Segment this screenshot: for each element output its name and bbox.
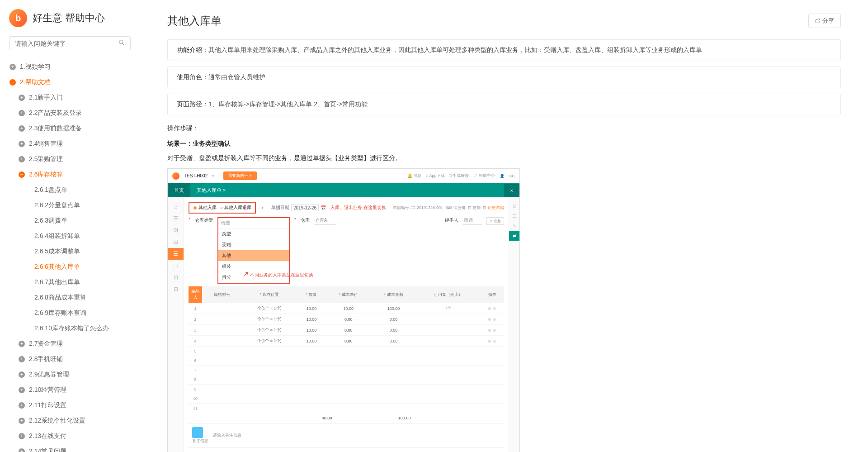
ss-header: TEST-H002 ▾ 我要新的一下 🔔 消息 ○ App下载 □ 生成链接 ♡… — [168, 169, 519, 183]
ss-sidenav: ⌂ ☰ ₪ ☒ ☰ ⬚ ⊡ ⊡ — [168, 197, 184, 452]
ss-date: 单据日期 2019-12-26 📅 — [271, 205, 326, 211]
search-box[interactable] — [9, 36, 131, 50]
nav-2-6[interactable]: −2.6库存核算 — [0, 167, 140, 182]
page-header: 其他入库单 分享 — [167, 14, 841, 28]
sidebar: b 好生意 帮助中心 +1.视频学习 −2.帮助文档 +2.1新手入门 +2.2… — [0, 0, 140, 452]
logo-text: 好生意 帮助中心 — [33, 11, 105, 25]
svg-point-0 — [119, 40, 123, 44]
nav-help-docs[interactable]: −2.帮助文档 — [0, 75, 140, 90]
ss-radio-group: ◉ 其他入库 ○ 其他入库退库 — [189, 202, 256, 214]
nav-2-14[interactable]: +2.14常见问题 — [0, 444, 140, 452]
nav-2-6-9[interactable]: 2.6.9库存账本查询 — [0, 305, 140, 321]
ss-tabs: 首页 其他入库单 × × — [168, 183, 519, 197]
ss-type-label: 仓库类型 — [195, 217, 213, 224]
search-icon[interactable] — [118, 39, 125, 47]
nav-list: +1.视频学习 −2.帮助文档 +2.1新手入门 +2.2产品安装及登录 +2.… — [0, 59, 140, 452]
embedded-screenshot: TEST-H002 ▾ 我要新的一下 🔔 消息 ○ App下载 □ 生成链接 ♡… — [167, 168, 520, 452]
ss-order-info: 单据编号 JC-20191226-001 ⌨ 快捷键 ⊡ 复制 ⊡ 历史单据 — [393, 205, 504, 211]
content-section: 操作步骤： 场景一：业务类型确认 对于受赠、盘盈或是拆装入库等不同的业务，是通过… — [167, 124, 841, 452]
ss-footer: 放弃 保存草稿 保存 ▾ — [189, 447, 504, 452]
ss-annotation-2: ↗ 不同业务的入库类型在这里切换 — [243, 270, 313, 278]
logo-area: b 好生意 帮助中心 — [0, 9, 140, 36]
nav-2-3[interactable]: +2.3使用前数据准备 — [0, 121, 140, 136]
nav-2-10[interactable]: +2.10经营管理 — [0, 382, 140, 398]
share-button[interactable]: 分享 — [808, 14, 841, 28]
svg-line-2 — [817, 19, 820, 22]
nav-2-6-1[interactable]: 2.6.1盘点单 — [0, 182, 140, 198]
nav-2-4[interactable]: +2.4销售管理 — [0, 136, 140, 152]
ss-tab-current: 其他入库单 × — [190, 183, 232, 197]
nav-2-6-2[interactable]: 2.6.2分量盘点单 — [0, 198, 140, 213]
info-path: 页面路径：1、库存核算->库存管理->其他入库单 2、首页->常用功能 — [167, 94, 841, 115]
nav-2-7[interactable]: +2.7资金管理 — [0, 336, 140, 352]
nav-2-6-3[interactable]: 2.6.3调拨单 — [0, 213, 140, 228]
nav-2-6-6[interactable]: 2.6.6其他入库单 — [0, 259, 140, 275]
ss-hdr-gen: □ 生成链接 — [449, 173, 469, 179]
steps-label: 操作步骤： — [167, 124, 841, 133]
ss-arrow-icon: ← — [260, 204, 267, 211]
share-icon — [815, 18, 821, 24]
nav-2-11[interactable]: +2.11打印设置 — [0, 398, 140, 413]
ss-memo: 备注信息 请输入备注信息 — [189, 423, 504, 447]
nav-video[interactable]: +1.视频学习 — [0, 59, 140, 75]
page-title: 其他入库单 — [167, 14, 222, 28]
ss-hdr-app: ○ App下载 — [426, 173, 444, 179]
ss-test-id: TEST-H002 — [184, 173, 208, 178]
scene1-desc: 对于受赠、盘盈或是拆装入库等不同的业务，是通过单据头【业务类型】进行区分。 — [167, 152, 841, 164]
main-content: 其他入库单 分享 功能介绍：其他入库单用来处理除采购入库、产成品入库之外的其他入… — [140, 0, 868, 452]
ss-annotation-1: 入库、退出业务 在这里切换 — [330, 205, 386, 211]
nav-2-6-4[interactable]: 2.6.4组装拆卸单 — [0, 228, 140, 244]
ss-avatar: 👤 — [500, 174, 505, 178]
nav-2-13[interactable]: +2.13在线支付 — [0, 428, 140, 444]
logo-icon: b — [9, 9, 27, 27]
nav-2-6-7[interactable]: 2.6.7其他出库单 — [0, 275, 140, 290]
ss-tab-home: 首页 — [168, 183, 190, 197]
ss-form: ◉ 其他入库 ○ 其他入库退库 ← 单据日期 2019-12-26 📅 入库、退… — [184, 197, 509, 452]
nav-2-8[interactable]: +2.8手机旺铺 — [0, 352, 140, 367]
nav-2-6-5[interactable]: 2.6.5成本调整单 — [0, 244, 140, 259]
ss-dept-label: 仓库 — [301, 217, 310, 224]
ss-hdr-help: ♡ 帮助中心 — [473, 173, 495, 179]
nav-2-5[interactable]: +2.5采购管理 — [0, 152, 140, 167]
nav-2-6-10[interactable]: 2.6.10库存账本错了怎么办 — [0, 321, 140, 336]
svg-line-1 — [123, 43, 124, 45]
ss-user: CC — [509, 174, 515, 178]
nav-2-2[interactable]: +2.2产品安装及登录 — [0, 105, 140, 121]
ss-hdr-bell: 🔔 消息 — [407, 173, 422, 179]
nav-2-12[interactable]: +2.12系统个性化设置 — [0, 413, 140, 428]
ss-new-btn: 我要新的一下 — [223, 171, 257, 180]
ss-close-icon: × — [504, 184, 519, 197]
scene1-title: 场景一：业务类型确认 — [167, 140, 841, 148]
nav-2-1[interactable]: +2.1新手入门 — [0, 90, 140, 105]
info-role: 使用角色：通常由仓管人员维护 — [167, 67, 841, 88]
ss-handler-label: 经手人 — [445, 217, 458, 224]
ss-right-toolbar: ⊡☰✎⇄ — [509, 197, 519, 452]
ss-grid: 商品入 规格型号 * 库存位置 * 数量 * 成本单价 * 成本金额 可用量（仓… — [189, 286, 504, 413]
ss-logo-icon — [172, 172, 179, 180]
nav-2-9[interactable]: +2.9优惠券管理 — [0, 367, 140, 382]
search-input[interactable] — [15, 40, 118, 47]
ss-totals: 40.00 100.00 — [189, 413, 504, 423]
info-intro: 功能介绍：其他入库单用来处理除采购入库、产成品入库之外的其他入库业务，因此其他入… — [167, 39, 841, 61]
nav-2-6-8[interactable]: 2.6.8商品成本重算 — [0, 290, 140, 305]
